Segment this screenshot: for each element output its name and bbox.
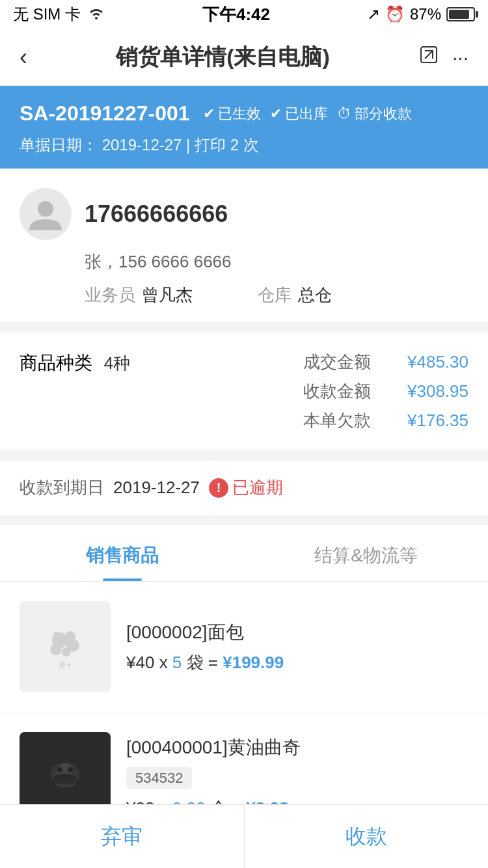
deal-amount-value: ¥485.30 xyxy=(384,352,468,372)
carrier-text: 无 SIM 卡 xyxy=(13,4,81,25)
received-amount-label: 收款金额 xyxy=(303,380,371,403)
tab-settlement[interactable]: 结算&物流等 xyxy=(244,525,488,581)
summary-left: 商品种类 4种 xyxy=(20,351,130,432)
product-image-1: 兽+ xyxy=(20,601,111,692)
reject-button[interactable]: 弃审 xyxy=(0,805,245,868)
status-effective: ✔ 已生效 xyxy=(203,104,261,124)
order-id: SA-20191227-001 xyxy=(20,102,190,126)
summary-section: 商品种类 4种 成交金额 ¥485.30 收款金额 ¥308.95 本单欠款 ¥… xyxy=(0,332,488,450)
product-name-2: [000400001]黄油曲奇 xyxy=(126,735,468,760)
owed-amount-label: 本单欠款 xyxy=(303,409,371,432)
more-button[interactable]: ··· xyxy=(452,46,468,68)
confirm-button[interactable]: 收款 xyxy=(245,805,489,868)
svg-point-13 xyxy=(68,767,73,772)
nav-actions: ··· xyxy=(418,44,468,70)
due-date-value: 2019-12-27 xyxy=(113,478,200,498)
overdue-icon: ! xyxy=(209,478,228,498)
svg-point-12 xyxy=(57,767,62,772)
status-time: 下午4:42 xyxy=(202,3,270,26)
avatar xyxy=(20,188,72,240)
product-sku-2: 534532 xyxy=(126,767,192,789)
product-info-1: [0000002]面包 ¥40 x 5 袋 = ¥199.99 xyxy=(126,620,468,674)
back-button[interactable]: ‹ xyxy=(20,44,27,71)
summary-right: 成交金额 ¥485.30 收款金额 ¥308.95 本单欠款 ¥176.35 xyxy=(303,351,468,432)
warehouse-value: 总仓 xyxy=(298,284,332,306)
alarm-icon: ⏰ xyxy=(385,5,405,23)
clock-icon: ⏱ xyxy=(337,105,351,122)
received-amount-value: ¥308.95 xyxy=(384,381,468,401)
bottom-bar: 弃审 收款 xyxy=(0,804,488,868)
status-shipped: ✔ 已出库 xyxy=(270,104,328,124)
product-price-1: ¥40 x 5 袋 = ¥199.99 xyxy=(126,651,468,674)
sales-rep-value: 曾凡杰 xyxy=(142,284,193,306)
status-bar: 无 SIM 卡 下午4:42 ↗ ⏰ 87% xyxy=(0,0,488,29)
check-icon-2: ✔ xyxy=(270,105,282,122)
svg-point-11 xyxy=(53,774,77,784)
location-icon: ↗ xyxy=(367,5,380,23)
product-types-value: 4种 xyxy=(104,353,130,373)
customer-phone: 17666666666 xyxy=(85,200,228,228)
sales-rep-label: 业务员 xyxy=(85,284,135,306)
status-right: ↗ ⏰ 87% xyxy=(367,5,475,23)
product-name-1: [0000002]面包 xyxy=(126,620,468,645)
status-left: 无 SIM 卡 xyxy=(13,4,105,25)
product-types-label: 商品种类 xyxy=(20,353,92,373)
due-date-section: 收款到期日 2019-12-27 ! 已逾期 xyxy=(0,461,488,515)
nav-bar: ‹ 销货单详情(来自电脑) ··· xyxy=(0,29,488,86)
battery-icon xyxy=(446,7,475,21)
battery-percent: 87% xyxy=(410,5,441,23)
tabs-section: 销售商品 结算&物流等 xyxy=(0,525,488,582)
deal-amount-label: 成交金额 xyxy=(303,351,371,373)
customer-section: 17666666666 张，156 6666 6666 业务员 曾凡杰 仓库 总… xyxy=(0,169,488,322)
wifi-icon xyxy=(87,5,105,23)
list-item: 兽+ [0000002]面包 ¥40 x 5 袋 = ¥199.99 xyxy=(0,582,488,712)
page-title: 销货单详情(来自电脑) xyxy=(116,42,330,72)
check-icon-1: ✔ xyxy=(203,105,215,122)
svg-point-6 xyxy=(62,647,71,657)
tab-sales-products[interactable]: 销售商品 xyxy=(0,525,244,581)
share-button[interactable] xyxy=(418,44,439,70)
overdue-badge: ! 已逾期 xyxy=(209,476,283,499)
overdue-text: 已逾期 xyxy=(232,476,283,499)
status-tags: ✔ 已生效 ✔ 已出库 ⏱ 部分收款 xyxy=(203,104,412,124)
svg-text:兽+: 兽+ xyxy=(59,660,71,670)
owed-amount-value: ¥176.35 xyxy=(384,411,468,431)
svg-point-1 xyxy=(38,201,53,217)
order-header: SA-20191227-001 ✔ 已生效 ✔ 已出库 ⏱ 部分收款 单据日期：… xyxy=(0,86,488,169)
customer-alt-info: 张，156 6666 6666 xyxy=(20,251,468,273)
customer-meta: 业务员 曾凡杰 仓库 总仓 xyxy=(20,284,468,306)
warehouse-label: 仓库 xyxy=(258,284,291,306)
due-date-label: 收款到期日 xyxy=(20,476,104,499)
status-partial: ⏱ 部分收款 xyxy=(337,104,412,124)
svg-point-5 xyxy=(50,644,62,655)
order-date: 单据日期： 2019-12-27 | 打印 2 次 xyxy=(20,135,468,156)
svg-point-7 xyxy=(53,632,62,641)
